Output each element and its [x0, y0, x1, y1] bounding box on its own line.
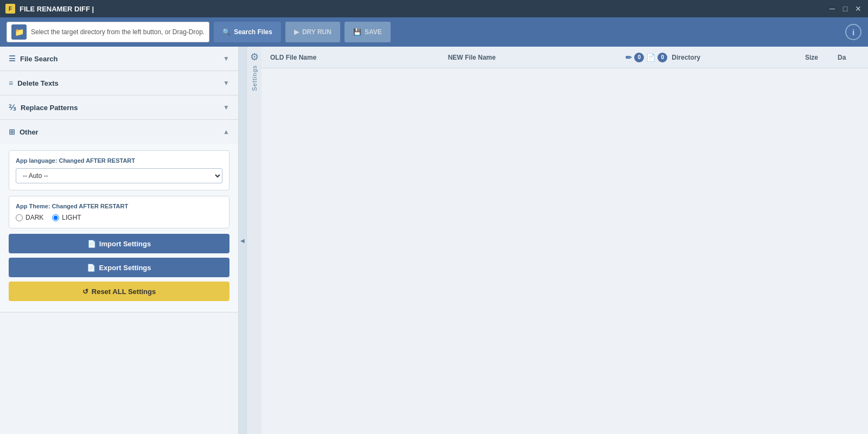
- close-button[interactable]: ✕: [854, 4, 863, 13]
- toolbar: 📁 Select the target directory from the l…: [0, 17, 868, 47]
- app-title: FILE RENAMER DIFF |: [20, 5, 828, 13]
- delete-texts-label: Delete Texts: [17, 79, 223, 87]
- dir-placeholder-text: Select the target directory from the lef…: [31, 28, 205, 36]
- theme-light-label: LIGHT: [62, 214, 81, 221]
- language-setting-box: App language: Changed AFTER RESTART -- A…: [9, 150, 229, 190]
- reset-settings-button[interactable]: ↺ Reset ALL Settings: [9, 282, 229, 301]
- accordion-delete-texts: ≡ Delete Texts ▼: [0, 71, 238, 95]
- folder-icon: 📁: [11, 24, 27, 40]
- import-icon: 📄: [87, 240, 96, 248]
- replace-patterns-label: Replace Patterns: [21, 104, 223, 112]
- dry-run-button[interactable]: ▶ DRY RUN: [285, 22, 340, 42]
- theme-radio-group: DARK LIGHT: [16, 214, 222, 221]
- accordion-other: ⊞ Other ▲ App language: Changed AFTER RE…: [0, 120, 238, 312]
- main-content: ☰ File Search ▼ ≡ Delete Texts ▼ ⅔ Repla…: [0, 47, 868, 434]
- file-search-label: File Search: [20, 55, 223, 63]
- replace-patterns-icon: ⅔: [9, 103, 16, 112]
- file-badge: 0: [658, 53, 667, 62]
- theme-dark-option[interactable]: DARK: [16, 214, 43, 221]
- window-controls: ─ □ ✕: [828, 4, 863, 13]
- badge-group: ✏ 0 📄 0: [626, 53, 667, 62]
- info-button[interactable]: i: [845, 24, 861, 40]
- theme-light-radio[interactable]: [52, 214, 59, 221]
- save-icon: 💾: [353, 28, 361, 36]
- content-area: OLD File Name NEW File Name ✏ 0 📄 0 Dire…: [261, 47, 868, 434]
- accordion-replace-patterns: ⅔ Replace Patterns ▼: [0, 95, 238, 120]
- new-file-name-col-header: NEW File Name: [448, 54, 626, 61]
- reset-icon: ↺: [82, 288, 88, 296]
- export-settings-button[interactable]: 📄 Export Settings: [9, 258, 229, 277]
- theme-label: App Theme: Changed AFTER RESTART: [16, 203, 222, 209]
- collapse-handle[interactable]: ◀: [239, 47, 246, 434]
- table-header: OLD File Name NEW File Name ✏ 0 📄 0 Dire…: [261, 47, 868, 68]
- search-icon: 🔍: [222, 28, 231, 36]
- maximize-button[interactable]: □: [841, 4, 850, 13]
- size-col-header: Size: [805, 54, 838, 61]
- export-icon: 📄: [87, 264, 95, 272]
- theme-dark-radio[interactable]: [16, 214, 23, 221]
- file-search-chevron: ▼: [223, 55, 229, 62]
- file-search-icon: ☰: [9, 54, 16, 63]
- settings-tab[interactable]: ⚙ Settings: [246, 47, 261, 434]
- file-icon: 📄: [646, 53, 655, 62]
- settings-gear-icon: ⚙: [250, 51, 259, 63]
- replace-patterns-header[interactable]: ⅔ Replace Patterns ▼: [0, 95, 238, 119]
- app-icon: F: [5, 4, 15, 14]
- directory-col-header: Directory: [672, 54, 805, 61]
- table-content: [261, 68, 868, 434]
- rename-badge: 0: [634, 53, 644, 62]
- accordion-file-search: ☰ File Search ▼: [0, 47, 238, 71]
- save-button[interactable]: 💾 SAVE: [344, 22, 391, 42]
- theme-setting-box: App Theme: Changed AFTER RESTART DARK LI…: [9, 196, 229, 228]
- import-settings-button[interactable]: 📄 Import Settings: [9, 234, 229, 253]
- delete-texts-chevron: ▼: [223, 79, 229, 87]
- language-select[interactable]: -- Auto --: [16, 168, 222, 183]
- other-label: Other: [20, 128, 223, 136]
- directory-selector[interactable]: 📁 Select the target directory from the l…: [7, 22, 209, 42]
- other-content: App language: Changed AFTER RESTART -- A…: [0, 144, 238, 312]
- sidebar: ☰ File Search ▼ ≡ Delete Texts ▼ ⅔ Repla…: [0, 47, 239, 434]
- old-file-name-col-header: OLD File Name: [270, 54, 448, 61]
- collapse-arrow-icon: ◀: [240, 238, 245, 244]
- date-col-header: Da: [838, 54, 859, 61]
- other-header[interactable]: ⊞ Other ▲: [0, 120, 238, 144]
- other-chevron: ▲: [223, 128, 229, 136]
- delete-texts-icon: ≡: [9, 79, 13, 87]
- replace-patterns-chevron: ▼: [223, 104, 229, 111]
- language-label: App language: Changed AFTER RESTART: [16, 157, 222, 164]
- settings-label: Settings: [251, 65, 258, 91]
- title-bar: F FILE RENAMER DIFF | ─ □ ✕: [0, 0, 868, 17]
- search-files-button[interactable]: 🔍 Search Files: [214, 22, 281, 42]
- minimize-button[interactable]: ─: [828, 4, 837, 13]
- theme-dark-label: DARK: [25, 214, 43, 221]
- file-search-header[interactable]: ☰ File Search ▼: [0, 47, 238, 71]
- theme-light-option[interactable]: LIGHT: [52, 214, 81, 221]
- delete-texts-header[interactable]: ≡ Delete Texts ▼: [0, 71, 238, 95]
- rename-icon: ✏: [626, 53, 632, 62]
- dryrun-icon: ▶: [294, 28, 299, 36]
- other-icon: ⊞: [9, 127, 15, 136]
